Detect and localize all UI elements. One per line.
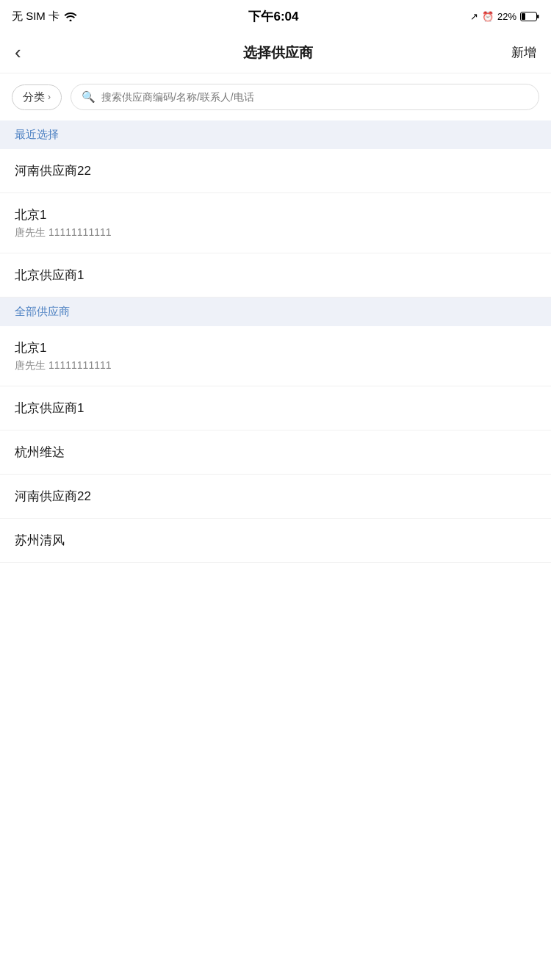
search-input[interactable]: [101, 91, 528, 103]
item-sub: 唐先生 11111111111: [15, 359, 536, 372]
svg-rect-2: [537, 15, 539, 18]
location-icon: ↗: [470, 11, 478, 22]
list-item[interactable]: 河南供应商22: [0, 149, 551, 193]
filter-row: 分类 › 🔍: [0, 73, 551, 120]
list-item[interactable]: 苏州清风: [0, 519, 551, 563]
sim-status: 无 SIM 卡: [12, 10, 60, 24]
item-sub: 唐先生 11111111111: [15, 226, 536, 239]
list-item[interactable]: 北京供应商1: [0, 386, 551, 430]
list-item[interactable]: 北京供应商1: [0, 253, 551, 298]
item-name: 河南供应商22: [15, 162, 536, 179]
item-name: 苏州清风: [15, 532, 536, 549]
alarm-icon: ⏰: [482, 11, 494, 22]
back-button[interactable]: ‹: [15, 41, 44, 64]
status-time: 下午6:04: [248, 8, 298, 25]
list-item[interactable]: 河南供应商22: [0, 475, 551, 519]
supplier-list: 最近选择河南供应商22北京1唐先生 11111111111北京供应商1全部供应商…: [0, 120, 551, 563]
add-button[interactable]: 新增: [511, 44, 536, 61]
status-right: ↗ ⏰ 22%: [470, 11, 539, 22]
item-name: 北京1: [15, 339, 536, 356]
list-item[interactable]: 北京1唐先生 11111111111: [0, 326, 551, 386]
item-name: 杭州维达: [15, 444, 536, 461]
nav-bar: ‹ 选择供应商 新增: [0, 32, 551, 73]
list-item[interactable]: 杭州维达: [0, 430, 551, 475]
section-title-all: 全部供应商: [15, 305, 70, 317]
list-item[interactable]: 北京1唐先生 11111111111: [0, 193, 551, 253]
page-title: 选择供应商: [243, 43, 313, 62]
section-title-recent: 最近选择: [15, 128, 59, 140]
battery-percentage: 22%: [497, 11, 516, 22]
item-name: 北京供应商1: [15, 267, 536, 284]
item-name: 北京1: [15, 206, 536, 223]
item-name: 河南供应商22: [15, 488, 536, 505]
battery-icon: [520, 12, 539, 21]
item-name: 北京供应商1: [15, 400, 536, 417]
svg-rect-1: [522, 13, 525, 20]
category-filter-button[interactable]: 分类 ›: [12, 84, 62, 110]
status-bar: 无 SIM 卡 下午6:04 ↗ ⏰ 22%: [0, 0, 551, 32]
search-icon: 🔍: [82, 90, 96, 104]
section-header-all: 全部供应商: [0, 298, 551, 326]
category-label: 分类: [23, 90, 45, 104]
chevron-icon: ›: [48, 92, 51, 102]
search-box[interactable]: 🔍: [71, 84, 539, 110]
status-left: 无 SIM 卡: [12, 10, 77, 24]
wifi-icon: [64, 11, 77, 21]
section-header-recent: 最近选择: [0, 120, 551, 149]
